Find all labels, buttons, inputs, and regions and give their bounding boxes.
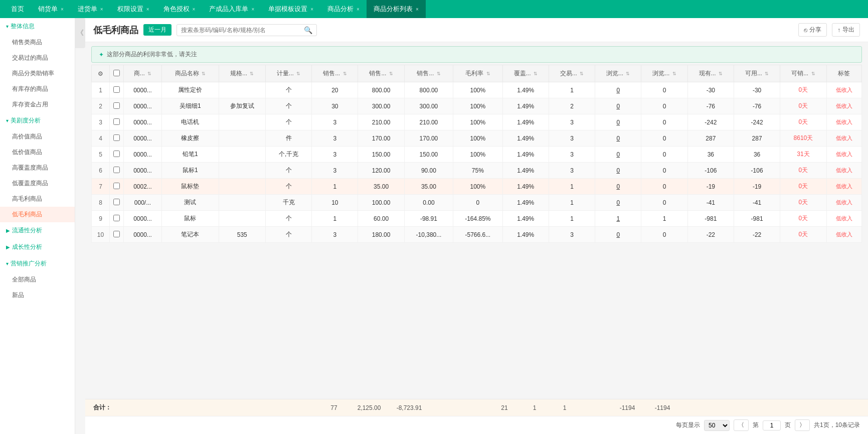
cell-name-0[interactable]: 属性定价 [161,82,219,98]
cell-name-3[interactable]: 橡皮擦 [161,130,219,147]
nav-analysis-list[interactable]: 商品分析列表 × [367,0,426,18]
close-sales-icon[interactable]: × [61,7,64,12]
export-button[interactable]: ↑ 导出 [832,23,860,37]
cell-view1-8[interactable]: 1 [595,211,641,227]
sidebar-group-growth[interactable]: ▶ 成长性分析 [0,239,75,255]
sidebar-item-new-goods[interactable]: 新品 [0,287,75,303]
nav-products-in[interactable]: 产成品入库单 × [202,0,261,18]
sidebar-item-high-value[interactable]: 高价值商品 [0,129,75,144]
sidebar-item-sales-goods[interactable]: 销售类商品 [0,35,75,50]
cell-checkbox-6[interactable] [110,179,124,195]
cell-name-2[interactable]: 电话机 [161,114,219,130]
cell-name-5[interactable]: 鼠标1 [161,163,219,179]
view1-link-0[interactable]: 0 [616,87,620,94]
view1-link-7[interactable]: 0 [616,199,620,206]
sidebar-group-marketing[interactable]: ▾ 营销推广分析 [0,255,75,272]
view1-link-2[interactable]: 0 [616,119,620,126]
cell-view1-4[interactable]: 0 [595,147,641,163]
nav-permissions[interactable]: 权限设置 × [110,0,156,18]
nav-template[interactable]: 单据模板设置 × [261,0,320,18]
cell-view1-5[interactable]: 0 [595,163,641,179]
cell-checkbox-5[interactable] [110,163,124,179]
view1-link-5[interactable]: 0 [616,167,620,174]
cell-view1-9[interactable]: 0 [595,227,641,243]
sidebar-item-all-goods[interactable]: 全部商品 [0,272,75,287]
sidebar-item-traded-goods[interactable]: 交易过的商品 [0,50,75,66]
sort-spec-icon[interactable]: ⇅ [250,71,254,76]
view1-link-6[interactable]: 0 [616,183,620,190]
sidebar-item-low-coverage[interactable]: 低覆盖度商品 [0,176,75,191]
view1-link-3[interactable]: 0 [616,135,620,142]
nav-sales[interactable]: 销货单 × [31,0,71,18]
cell-view1-1[interactable]: 0 [595,98,641,114]
sort-transaction-icon[interactable]: ⇅ [580,71,584,76]
share-button[interactable]: ⎋ 分享 [798,23,827,37]
cell-view1-0[interactable]: 0 [595,82,641,98]
row-checkbox-4[interactable] [113,151,120,157]
sort-unit-icon[interactable]: ⇅ [296,71,300,76]
sidebar-group-beauty[interactable]: ▾ 美剧度分析 [0,112,75,129]
row-checkbox-5[interactable] [113,167,120,173]
sort-name-icon[interactable]: ⇅ [202,71,206,76]
sidebar-group-flow[interactable]: ▶ 流通性分析 [0,222,75,239]
cell-view1-2[interactable]: 0 [595,114,641,130]
prev-page-button[interactable]: 〈 [734,419,749,431]
settings-icon[interactable]: ⚙ [98,70,103,77]
sort-coverage-icon[interactable]: ⇅ [534,71,538,76]
row-checkbox-6[interactable] [113,183,120,189]
cell-name-4[interactable]: 铅笔1 [161,147,219,163]
cell-checkbox-1[interactable] [110,98,124,114]
sort-available-icon[interactable]: ⇅ [765,71,769,76]
cell-view1-7[interactable]: 0 [595,195,641,211]
nav-purchase[interactable]: 进货单 × [71,0,110,18]
close-permissions-icon[interactable]: × [146,7,149,12]
nav-analysis[interactable]: 商品分析 × [320,0,367,18]
sort-sale-price-icon[interactable]: ⇅ [389,71,393,76]
cell-name-1[interactable]: 吴细细1 [161,98,219,114]
close-analysis-list-icon[interactable]: × [416,7,419,12]
cell-checkbox-4[interactable] [110,147,124,163]
view1-link-9[interactable]: 0 [616,231,620,238]
sort-gross-margin-icon[interactable]: ⇅ [486,71,490,76]
sidebar-item-high-margin[interactable]: 高毛利商品 [0,191,75,207]
col-checkbox[interactable] [110,65,124,82]
page-number-input[interactable] [763,420,781,430]
sidebar-collapse-button[interactable]: 《 [75,18,85,48]
sidebar-item-capital[interactable]: 库存资金占用 [0,97,75,112]
sort-sale-qty-icon[interactable]: ⇅ [343,71,347,76]
cell-name-7[interactable]: 测试 [161,195,219,211]
view1-link-1[interactable]: 0 [616,103,620,110]
sort-sellable-icon[interactable]: ⇅ [811,71,815,76]
sidebar-item-high-coverage[interactable]: 高覆盖度商品 [0,160,75,176]
search-icon[interactable]: 🔍 [304,26,312,34]
sidebar-item-low-value[interactable]: 低价值商品 [0,144,75,160]
sidebar-item-category-rate[interactable]: 商品分类助销率 [0,66,75,81]
cell-checkbox-0[interactable] [110,82,124,98]
row-checkbox-7[interactable] [113,199,120,205]
sidebar-group-overall[interactable]: ▾ 整体信息 [0,18,75,35]
cell-name-9[interactable]: 笔记本 [161,227,219,243]
close-analysis-icon[interactable]: × [357,7,360,12]
sidebar-item-low-margin[interactable]: 低毛利商品 [0,207,75,222]
next-page-button[interactable]: 〉 [795,419,810,431]
close-template-icon[interactable]: × [310,7,313,12]
cell-checkbox-7[interactable] [110,195,124,211]
select-all-checkbox[interactable] [113,70,120,76]
cell-view1-6[interactable]: 0 [595,179,641,195]
nav-home[interactable]: 首页 [4,0,31,18]
row-checkbox-0[interactable] [113,86,120,93]
sort-view2-icon[interactable]: ⇅ [672,71,676,76]
cell-checkbox-9[interactable] [110,227,124,243]
sort-current-icon[interactable]: ⇅ [719,71,723,76]
view1-link-8[interactable]: 1 [616,215,620,222]
view1-link-4[interactable]: 0 [616,151,620,158]
sort-sale-profit-icon[interactable]: ⇅ [437,71,441,76]
close-purchase-icon[interactable]: × [100,7,103,12]
close-roles-icon[interactable]: × [193,7,196,12]
sort-view1-icon[interactable]: ⇅ [626,71,630,76]
row-checkbox-2[interactable] [113,118,120,125]
row-checkbox-3[interactable] [113,134,120,141]
close-products-in-icon[interactable]: × [251,7,254,12]
cell-checkbox-8[interactable] [110,211,124,227]
nav-roles[interactable]: 角色授权 × [156,0,203,18]
